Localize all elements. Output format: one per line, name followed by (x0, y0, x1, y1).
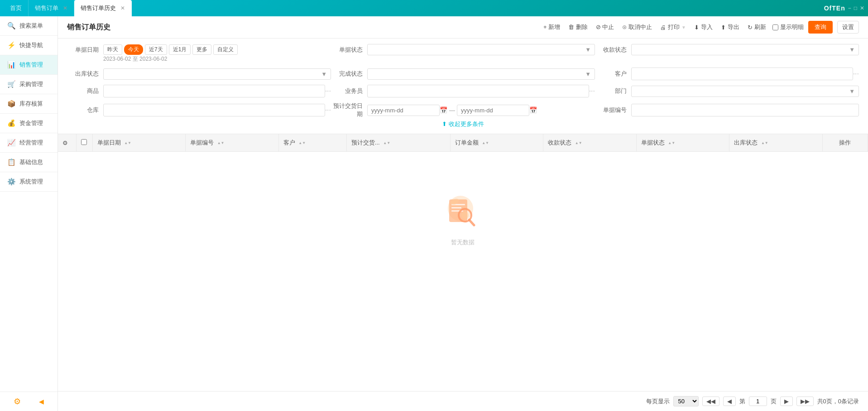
th-settings[interactable]: ⚙ (58, 134, 76, 152)
finance-icon: 💰 (7, 119, 16, 127)
sidebar-item-search-menu[interactable]: 🔍 搜索菜单 (0, 16, 58, 36)
sidebar-item-base-info[interactable]: 📋 基础信息 (0, 153, 58, 172)
sort-customer-icon[interactable]: ▲▼ (298, 141, 306, 145)
window-minimize[interactable]: − (848, 5, 851, 11)
sort-amount-icon[interactable]: ▲▼ (482, 141, 489, 145)
doc-status-label: 单据状态 (331, 46, 367, 54)
page-size-select[interactable]: 50 10 20 100 (673, 396, 699, 406)
tab-sales-order-close[interactable]: ✕ (63, 5, 67, 11)
setting-button[interactable]: 设置 (837, 21, 859, 34)
date-label: 单据日期 (67, 46, 103, 54)
query-button[interactable]: 查询 (808, 21, 833, 34)
warehouse-dots[interactable]: ··· (325, 106, 331, 114)
display-toggle-checkbox[interactable] (772, 24, 778, 30)
date-range-row: 2023-06-02 至 2023-06-02 (67, 55, 859, 63)
complete-select[interactable]: ▼ (367, 68, 595, 80)
docnumber-label: 单据编号 (595, 106, 631, 114)
expected-date-to[interactable] (457, 105, 529, 116)
expected-date-label: 预计交货日期 (331, 102, 367, 118)
sidebar-item-operations[interactable]: 📈 经营管理 (0, 133, 58, 153)
sort-doc-status-icon[interactable]: ▲▼ (668, 141, 675, 145)
sidebar-item-finance[interactable]: 💰 资金管理 (0, 114, 58, 133)
customer-input[interactable] (631, 68, 853, 80)
date-range-text: 2023-06-02 至 2023-06-02 (103, 55, 167, 63)
salesperson-label: 业务员 (331, 87, 367, 95)
tab-sales-order-history[interactable]: 销售订单历史 ✕ (74, 0, 132, 16)
sidebar-collapse-icon[interactable]: ◀ (39, 398, 44, 405)
date-btn-1month[interactable]: 近1月 (169, 44, 191, 55)
date-btn-7days[interactable]: 近7天 (145, 44, 167, 55)
last-page-button[interactable]: ▶▶ (796, 396, 814, 406)
next-page-button[interactable]: ▶ (780, 396, 793, 406)
filter-outbound-cell: 出库状态 ▼ (67, 68, 331, 80)
export-icon: ⬆ (721, 24, 726, 31)
sort-date-icon[interactable]: ▲▼ (124, 141, 131, 145)
th-customer: 客户 ▲▼ (278, 134, 346, 152)
display-toggle[interactable]: 显示明细 (772, 23, 804, 31)
filter-row-4: 仓库 ··· 预计交货日期 📅 — 📅 单据编号 (67, 102, 859, 118)
sort-number-icon[interactable]: ▲▼ (217, 141, 225, 145)
calendar-from-icon[interactable]: 📅 (440, 106, 447, 114)
date-btn-today[interactable]: 今天 (124, 44, 143, 55)
import-button[interactable]: ⬇ 导入 (692, 22, 715, 32)
prev-page-button[interactable]: ◀ (723, 396, 736, 406)
print-button[interactable]: 🖨 🖨 打印 打印 ▼ (658, 22, 688, 32)
th-date: 单据日期 ▲▼ (92, 134, 186, 152)
filter-expected-date-cell: 预计交货日期 📅 — 📅 (331, 102, 595, 118)
salesperson-dots[interactable]: ··· (589, 87, 595, 95)
export-button[interactable]: ⬆ 导出 (719, 22, 741, 32)
sidebar-settings-icon[interactable]: ⚙ (14, 396, 21, 406)
sidebar-item-system[interactable]: ⚙️ 系统管理 (0, 172, 58, 192)
date-btn-yesterday[interactable]: 昨天 (103, 44, 122, 55)
print-dropdown-icon[interactable]: ▼ (681, 25, 686, 30)
product-input[interactable] (103, 85, 325, 97)
sidebar-item-inventory[interactable]: 📦 库存核算 (0, 94, 58, 114)
filter-customer-cell: 客户 ··· (595, 68, 859, 80)
calendar-to-icon[interactable]: 📅 (529, 106, 537, 114)
select-all-checkbox[interactable] (81, 139, 87, 145)
filter-row-3: 商品 ··· 业务员 ··· 部门 ▼ (67, 85, 859, 97)
stop-button[interactable]: ⊘ 中止 (594, 22, 616, 32)
date-btn-custom[interactable]: 自定义 (213, 44, 238, 55)
date-quick-btns: 昨天 今天 近7天 近1月 更多 自定义 (103, 44, 238, 55)
outbound-select[interactable]: ▼ (103, 68, 331, 80)
main-content: 销售订单历史 + 新增 🗑 删除 ⊘ 中止 ⊙ 取消中止 🖨 🖨 打印 打印 ▼… (58, 16, 868, 411)
tab-sales-order-history-close[interactable]: ✕ (120, 5, 125, 11)
tab-home[interactable]: 首页 (4, 0, 29, 16)
sort-receipt-status-icon[interactable]: ▲▼ (575, 141, 582, 145)
date-btn-more[interactable]: 更多 (192, 44, 211, 55)
table-body: 暂无数据 (58, 152, 868, 265)
refresh-button[interactable]: ↻ 刷新 (746, 22, 768, 32)
department-select[interactable]: ▼ (631, 86, 859, 97)
new-button[interactable]: + 新增 (542, 22, 562, 32)
filter-date-cell: 单据日期 昨天 今天 近7天 近1月 更多 自定义 (67, 44, 331, 55)
first-page-button[interactable]: ◀◀ (702, 396, 719, 406)
sort-outbound-status-icon[interactable]: ▲▼ (761, 141, 768, 145)
filter-complete-cell: 完成状态 ▼ (331, 68, 595, 80)
window-close[interactable]: ✕ (860, 5, 864, 11)
page-size-label: 每页显示 (646, 397, 670, 406)
sidebar-item-sales[interactable]: 📊 销售管理 (0, 55, 58, 75)
docnumber-input[interactable] (631, 104, 859, 116)
product-dots[interactable]: ··· (325, 87, 331, 95)
svg-point-6 (461, 212, 469, 219)
th-operation: 操作 (822, 134, 868, 152)
window-maximize[interactable]: □ (854, 5, 857, 11)
warehouse-input[interactable] (103, 104, 325, 116)
th-amount: 订单金额 ▲▼ (450, 134, 543, 152)
salesperson-input[interactable] (367, 85, 589, 97)
sidebar-item-quick-nav[interactable]: ⚡ 快捷导航 (0, 36, 58, 55)
tab-sales-order[interactable]: 销售订单 ✕ (29, 0, 74, 16)
expected-date-from[interactable] (367, 105, 440, 116)
receipt-status-select[interactable]: ▼ (631, 44, 859, 55)
doc-status-select[interactable]: ▼ (367, 44, 595, 55)
table-settings-icon[interactable]: ⚙ (62, 140, 68, 146)
delete-button[interactable]: 🗑 删除 (566, 22, 590, 32)
customer-dots[interactable]: ··· (853, 70, 859, 78)
page-label: 第 (739, 397, 745, 406)
sidebar-item-purchase[interactable]: 🛒 采购管理 (0, 75, 58, 94)
page-number-input[interactable] (749, 396, 767, 406)
cancel-stop-button[interactable]: ⊙ 取消中止 (620, 22, 654, 32)
sort-expected-date-icon[interactable]: ▲▼ (383, 141, 390, 145)
collapse-row[interactable]: ⬆ 收起更多条件 (67, 120, 859, 128)
